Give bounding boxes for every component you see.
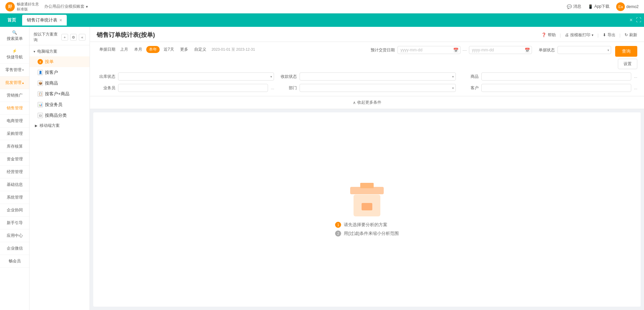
predict-date-label: 预计交货日期 <box>371 47 395 53</box>
date-this-year-btn[interactable]: 本年 <box>146 46 160 53</box>
print-button[interactable]: 🖨 按模板打印 ▾ <box>565 32 593 38</box>
scheme-collapse-button[interactable]: « <box>79 34 86 41</box>
date-prev-month-btn[interactable]: 上月 <box>118 46 130 53</box>
empty-illustration <box>347 183 387 216</box>
app-download-button[interactable]: 📱 App下载 <box>588 4 609 9</box>
tab-close-button[interactable]: × <box>59 17 62 23</box>
bill-status-select[interactable] <box>557 46 611 54</box>
chevron-down-icon: ▾ <box>34 50 35 53</box>
goods-label: 商品 <box>460 74 479 80</box>
sidebar-item-wholesale-mgmt[interactable]: 批发管理 ▴ <box>0 76 29 89</box>
date-range-display: 2023-01-01 至 2023-12-31 <box>212 47 255 52</box>
sidebar-item-enterprise[interactable]: 企业协同 <box>0 204 29 217</box>
date-quick-buttons: 上月 本月 本年 近7天 更多 自定义 2023-01-01 至 2023-12… <box>118 46 255 53</box>
dept-label: 部门 <box>278 85 297 91</box>
sidebar-item-corp-wechat[interactable]: 企业微信 <box>0 242 29 255</box>
scheme-item-by-customer[interactable]: 👤 按客户 <box>30 67 90 78</box>
customer-label: 客户 <box>460 85 479 91</box>
scheme-mobile-group-title[interactable]: ▶ 移动端方案 <box>30 121 90 131</box>
window-close-icon[interactable]: × <box>630 17 633 23</box>
date-custom-btn[interactable]: 自定义 <box>192 46 208 53</box>
scheme-settings-button[interactable]: ⚙ <box>70 34 77 41</box>
sidebar-item-sales-mgmt[interactable]: 销售管理 <box>0 102 29 115</box>
topbar-right: 💬 消息 📱 App下载 Ea demo2 <box>567 2 639 11</box>
dept-select[interactable] <box>300 84 455 92</box>
sidebar-item-vip[interactable]: 畅会员 <box>0 255 29 268</box>
scheme-item-by-salesman[interactable]: 📊 按业务员 <box>30 99 90 110</box>
content-area: 按以下方案查询 + ⚙ « ▾ 电脑端方案 ● 按单 👤 按客户 <box>30 27 644 310</box>
sidebar-item-basic-info[interactable]: 基础信息 <box>0 178 29 191</box>
filter-actions: 查询 设置 <box>615 46 637 69</box>
tab-home[interactable]: 首页 <box>3 15 21 25</box>
query-button[interactable]: 查询 <box>615 46 637 57</box>
sidebar-item-retail-mgmt[interactable]: 零售管理 ▾ <box>0 64 29 76</box>
logo-text: 畅捷通好生意 标准版 <box>17 2 39 12</box>
receipt-status-select[interactable] <box>300 72 455 81</box>
sidebar-item-marketing[interactable]: 营销推广 <box>0 89 29 102</box>
window-expand-icon[interactable]: ⛶ <box>636 17 641 23</box>
main-layout: 🔍 搜索菜单 ⚡ 快捷导航 零售管理 ▾ 批发管理 ▴ 营销推广 销售管理 电商… <box>0 27 644 310</box>
right-content: 销售订单统计表(按单) ❓ 帮助 | 🖨 按模板打印 ▾ | <box>90 27 644 310</box>
tab-bar-right: × ⛶ <box>630 17 641 23</box>
user-profile[interactable]: Ea demo2 <box>616 2 639 11</box>
chevron-down-icon: ▾ <box>22 68 24 72</box>
sidebar-item-quick-nav[interactable]: ⚡ 快捷导航 <box>0 45 29 64</box>
chevron-up-icon: ▴ <box>22 81 24 85</box>
sidebar-item-sys-mgmt[interactable]: 系统管理 <box>0 191 29 204</box>
predict-date-end[interactable] <box>469 46 532 54</box>
avatar: Ea <box>616 2 625 11</box>
goods-input[interactable] <box>481 72 631 81</box>
msg-button[interactable]: 💬 消息 <box>567 4 581 9</box>
scheme-item-by-order[interactable]: ● 按单 <box>30 56 90 67</box>
print-dropdown-icon: ▾ <box>592 33 593 37</box>
help-button[interactable]: ❓ 帮助 <box>541 32 556 38</box>
export-button[interactable]: ⬇ 导出 <box>603 32 615 38</box>
sidebar-item-finance-mgmt[interactable]: 资金管理 <box>0 153 29 166</box>
scheme-add-button[interactable]: + <box>61 34 68 41</box>
customer-more-icon[interactable]: ... <box>634 86 637 90</box>
print-icon: 🖨 <box>565 33 569 37</box>
tab-bar: 首页 销售订单统计表 × × ⛶ <box>0 13 644 27</box>
logo-icon: 好 <box>5 2 15 11</box>
salesman-label: 业务员 <box>97 85 115 91</box>
salesman-more-icon[interactable]: ... <box>271 86 274 90</box>
collapse-icon: ∧ <box>353 100 356 105</box>
date-curr-month-btn[interactable]: 本月 <box>132 46 144 53</box>
scheme-item-by-customer-goods[interactable]: 📋 按客户+商品 <box>30 89 90 99</box>
sidebar-item-search-menu[interactable]: 🔍 搜索菜单 <box>0 27 29 45</box>
breadcrumb[interactable]: 办公用品行业模拟账套 ▾ <box>44 4 88 9</box>
predict-date-start[interactable] <box>397 46 461 54</box>
refresh-button[interactable]: ↻ 刷新 <box>625 32 637 38</box>
chevron-right-icon: ▶ <box>35 124 38 127</box>
page-header: 销售订单统计表(按单) ❓ 帮助 | 🖨 按模板打印 ▾ | <box>90 27 644 42</box>
scheme-item-by-goods[interactable]: 📦 按商品 <box>30 78 90 89</box>
search-icon: 🔍 <box>12 30 17 35</box>
sidebar-item-operations[interactable]: 经营管理 <box>0 166 29 178</box>
logo: 好 畅捷通好生意 标准版 <box>5 2 39 12</box>
date-7days-btn[interactable]: 近7天 <box>162 46 176 53</box>
ship-status-label: 出库状态 <box>97 74 115 80</box>
salesman-input[interactable] <box>118 84 268 92</box>
scheme-active-icon: ● <box>38 59 43 64</box>
date-more-btn[interactable]: 更多 <box>178 46 190 53</box>
sidebar: 🔍 搜索菜单 ⚡ 快捷导航 零售管理 ▾ 批发管理 ▴ 营销推广 销售管理 电商… <box>0 27 30 310</box>
scheme-item-by-goods-category[interactable]: 🗂 按商品分类 <box>30 110 90 121</box>
sidebar-item-ecom-mgmt[interactable]: 电商管理 <box>0 115 29 127</box>
sidebar-item-purchase-mgmt[interactable]: 采购管理 <box>0 127 29 140</box>
sidebar-item-app-center[interactable]: 应用中心 <box>0 229 29 242</box>
customer-input[interactable] <box>481 84 631 92</box>
tab-sales-order-stats[interactable]: 销售订单统计表 × <box>22 15 67 25</box>
empty-tips: 1 请先选择要分析的方案 2 用[过滤]条件来缩小分析范围 <box>335 222 398 237</box>
scheme-category-icon: 🗂 <box>38 113 43 118</box>
help-icon: ❓ <box>541 33 546 37</box>
collapse-bar[interactable]: ∧ 收起更多条件 <box>90 96 644 109</box>
scheme-pc-group-title[interactable]: ▾ 电脑端方案 <box>30 47 90 56</box>
scheme-rect-icon: 👤 <box>38 70 43 75</box>
filter-area: 单据日期 上月 本月 本年 近7天 更多 自定义 2023-01-01 至 20… <box>90 42 644 96</box>
ship-status-select[interactable] <box>118 72 274 81</box>
settings-button[interactable]: 设置 <box>618 59 637 69</box>
sidebar-item-new-guide[interactable]: 新手引导 <box>0 217 29 229</box>
sidebar-item-inventory[interactable]: 库存核算 <box>0 140 29 153</box>
goods-more-icon[interactable]: ... <box>634 74 637 79</box>
collapse-button[interactable]: ∧ 收起更多条件 <box>353 100 381 105</box>
